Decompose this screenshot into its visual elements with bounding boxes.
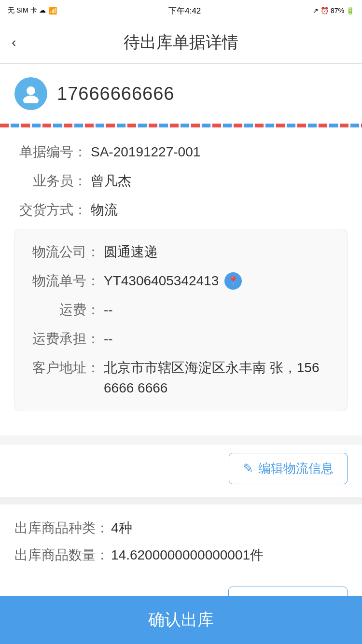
product-quantity-value: 14.6200000000000001件 (111, 546, 264, 564)
edit-logistics-button[interactable]: ✎ 编辑物流信息 (229, 453, 348, 484)
battery-icon: 🔋 (346, 7, 354, 14)
address-value: 北京市市辖区海淀区永丰南 张，156 6666 6666 (104, 358, 334, 398)
battery-percent: 87% (331, 7, 344, 14)
status-time: 下午4:42 (168, 5, 201, 16)
freight-label: 运费： (28, 300, 100, 320)
person-icon (21, 84, 41, 103)
edit-btn-container: ✎ 编辑物流信息 (0, 445, 362, 497)
logistics-tracking-value: YT43064053424​13 📍 (104, 271, 334, 291)
main-content: 17666666666 单据编号： SA-20191227-001 业务员： 曾… (0, 64, 362, 644)
phone-number: 17666666666 (57, 84, 174, 104)
freight-row: 运费： -- (28, 300, 334, 320)
location-pin-icon: 📍 (228, 275, 238, 288)
freight-bearer-value: -- (104, 329, 334, 349)
logistics-tracking-row: 物流单号： YT43064053424​13 📍 (28, 271, 334, 291)
status-right: ↗ ⏰ 87% 🔋 (313, 7, 354, 14)
freight-bearer-label: 运费承担： (28, 329, 100, 349)
section-divider (0, 497, 362, 504)
freight-value: -- (104, 300, 334, 320)
sales-person-row: 业务员： 曾凡杰 (14, 171, 348, 191)
wifi-icon: 📶 (49, 7, 57, 14)
delivery-method-label: 交货方式： (14, 200, 87, 220)
logistics-company-value: 圆通速递 (104, 242, 334, 262)
edit-logistics-label: 编辑物流信息 (258, 460, 334, 477)
document-number-label: 单据编号： (14, 142, 87, 162)
product-section: 出库商品种类： 4种 出库商品数量： 14.6200000000000001件 (0, 504, 362, 579)
tracking-location-button[interactable]: 📍 (224, 272, 242, 290)
logistics-tracking-label: 物流单号： (28, 271, 100, 291)
product-types-value: 4种 (111, 519, 132, 537)
product-types-label: 出库商品种类： (14, 519, 111, 537)
status-left: 无 SIM 卡 ☁ 📶 (8, 6, 57, 15)
freight-bearer-row: 运费承担： -- (28, 329, 334, 349)
delivery-method-value: 物流 (91, 200, 348, 220)
address-label: 客户地址： (28, 358, 100, 378)
svg-point-1 (23, 96, 39, 103)
product-quantity-label: 出库商品数量： (14, 546, 111, 564)
alarm-icon: ⏰ (320, 7, 329, 14)
status-bar: 无 SIM 卡 ☁ 📶 下午4:42 ↗ ⏰ 87% 🔋 (0, 0, 362, 21)
product-quantity-row: 出库商品数量： 14.6200000000000001件 (14, 546, 348, 564)
logistics-company-row: 物流公司： 圆通速递 (28, 242, 334, 262)
page-title: 待出库单据详情 (124, 31, 238, 54)
sales-person-value: 曾凡杰 (91, 171, 348, 191)
confirm-button-label: 确认出库 (148, 609, 214, 631)
header-card: 17666666666 (0, 64, 362, 124)
document-number-row: 单据编号： SA-20191227-001 (14, 142, 348, 162)
logistics-card: 物流公司： 圆通速递 物流单号： YT43064053424​13 📍 运费： … (14, 229, 348, 411)
location-status-icon: ↗ (313, 7, 319, 14)
logistics-company-label: 物流公司： (28, 242, 100, 262)
avatar (14, 77, 47, 110)
sales-person-label: 业务员： (14, 171, 87, 191)
product-types-row: 出库商品种类： 4种 (14, 519, 348, 537)
delivery-method-row: 交货方式： 物流 (14, 200, 348, 220)
confirm-button[interactable]: 确认出库 (0, 596, 362, 644)
back-button[interactable]: ‹ (12, 35, 16, 50)
dashed-divider (0, 124, 362, 127)
sim-label: 无 SIM 卡 ☁ (8, 6, 46, 15)
basic-info-section: 单据编号： SA-20191227-001 业务员： 曾凡杰 交货方式： 物流 … (0, 127, 362, 435)
document-number-value: SA-20191227-001 (91, 142, 348, 162)
edit-icon: ✎ (243, 461, 253, 476)
svg-point-0 (27, 86, 35, 95)
address-row: 客户地址： 北京市市辖区海淀区永丰南 张，156 6666 6666 (28, 358, 334, 398)
tracking-number-text: YT43064053424​13 (104, 271, 219, 291)
nav-bar: ‹ 待出库单据详情 (0, 21, 362, 64)
